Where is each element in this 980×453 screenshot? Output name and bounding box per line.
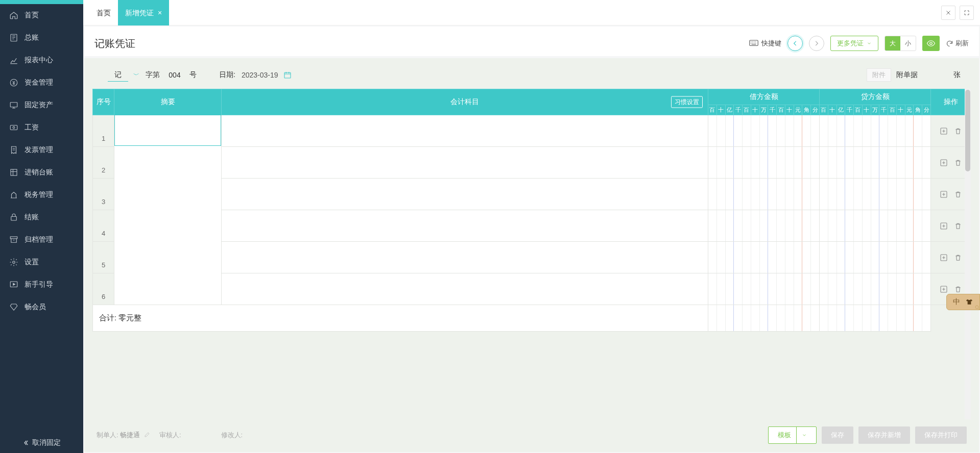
svg-rect-5 (11, 169, 17, 175)
add-row-icon[interactable] (940, 285, 948, 293)
play-icon (9, 280, 18, 289)
add-row-icon[interactable] (940, 190, 948, 198)
delete-row-icon[interactable] (954, 222, 962, 230)
col-debit: 借方金额 (708, 89, 820, 105)
tab-close-all-button[interactable] (941, 6, 955, 20)
sidebar-item-assets[interactable]: 固定资产 (0, 94, 83, 116)
modifier-label: 修改人: (221, 431, 243, 440)
tab-new-voucher[interactable]: 新增凭证 × (118, 0, 169, 26)
credit-cell[interactable] (820, 242, 931, 273)
voucher-table: 序号 摘要 会计科目 习惯设置 借方金额 贷方金额 操作 (92, 89, 971, 332)
debit-cell[interactable] (708, 210, 820, 242)
sidebar-item-home[interactable]: 首页 (0, 4, 83, 27)
table-row: 5 (93, 242, 971, 273)
sidebar-item-archive[interactable]: 归档管理 (0, 229, 83, 251)
sidebar: 首页 总账 报表中心 资金管理 固定资产 工资 发票管理 进销台账 (0, 0, 83, 453)
calendar-icon[interactable] (283, 71, 292, 79)
voucher-number-input[interactable] (164, 68, 185, 82)
expand-icon (964, 10, 970, 16)
subject-cell[interactable] (222, 147, 708, 179)
edit-icon[interactable] (144, 432, 150, 438)
col-credit: 贷方金额 (820, 89, 931, 105)
sidebar-item-settings[interactable]: 设置 (0, 251, 83, 273)
preview-button[interactable] (922, 36, 940, 51)
sidebar-item-tax[interactable]: 税务管理 (0, 184, 83, 206)
summary-input[interactable] (114, 273, 221, 304)
fullscreen-button[interactable] (960, 6, 974, 20)
summary-input[interactable] (114, 115, 221, 146)
attachment-button[interactable]: 附件 (867, 68, 891, 82)
tab-home[interactable]: 首页 (89, 0, 118, 26)
sheet-unit: 张 (953, 70, 961, 80)
credit-cell[interactable] (820, 147, 931, 179)
debit-cell[interactable] (708, 273, 820, 305)
sidebar-unpin[interactable]: 取消固定 (0, 433, 83, 453)
save-print-button[interactable]: 保存并打印 (915, 426, 967, 444)
sidebar-item-report[interactable]: 报表中心 (0, 49, 83, 71)
template-button[interactable]: 模板 (768, 426, 817, 444)
save-new-button[interactable]: 保存并新增 (858, 426, 910, 444)
summary-input[interactable] (114, 178, 221, 209)
sidebar-item-ledger[interactable]: 总账 (0, 27, 83, 49)
size-small[interactable]: 小 (900, 36, 916, 51)
size-large[interactable]: 大 (885, 36, 900, 51)
add-row-icon[interactable] (940, 254, 948, 262)
scrollbar[interactable] (965, 89, 971, 419)
svg-point-8 (13, 261, 15, 264)
delete-row-icon[interactable] (954, 285, 962, 293)
credit-cell[interactable] (820, 179, 931, 210)
sidebar-item-invoice[interactable]: 发票管理 (0, 139, 83, 161)
sidebar-item-funds[interactable]: 资金管理 (0, 71, 83, 94)
sidebar-item-closing[interactable]: 结账 (0, 206, 83, 229)
arrow-left-icon (792, 40, 799, 47)
subject-cell[interactable] (222, 273, 708, 305)
total-debit (708, 305, 820, 332)
add-row-icon[interactable] (940, 222, 948, 230)
debit-cell[interactable] (708, 179, 820, 210)
close-icon[interactable]: × (158, 0, 162, 26)
row-seq: 6 (93, 273, 114, 305)
subject-cell[interactable] (222, 210, 708, 242)
refresh-button[interactable]: 刷新 (946, 39, 969, 48)
prev-voucher-button[interactable] (787, 36, 803, 51)
voucher-type-input[interactable] (108, 68, 128, 82)
summary-input[interactable] (114, 146, 221, 178)
next-voucher-button[interactable] (809, 36, 824, 51)
credit-cell[interactable] (820, 115, 931, 147)
summary-input[interactable] (114, 210, 221, 241)
shirt-icon (965, 298, 973, 306)
date-value[interactable]: 2023-03-19 (240, 70, 280, 80)
debit-cell[interactable] (708, 115, 820, 147)
credit-cell[interactable] (820, 210, 931, 242)
delete-row-icon[interactable] (954, 159, 962, 167)
chevron-down-icon[interactable]: ﹀ (133, 71, 139, 80)
hotkey-button[interactable]: 快捷键 (749, 39, 781, 48)
zidi-label: 字第 (146, 70, 160, 80)
table-row: 3 (93, 179, 971, 210)
more-vouchers-button[interactable]: 更多凭证 (830, 36, 878, 51)
add-row-icon[interactable] (940, 127, 948, 135)
credit-cell[interactable] (820, 273, 931, 305)
subject-cell[interactable] (222, 115, 708, 147)
delete-row-icon[interactable] (954, 127, 962, 135)
auditor-label: 审核人: (159, 431, 181, 440)
debit-cell[interactable] (708, 242, 820, 273)
subject-cell[interactable] (222, 242, 708, 273)
attach-count-input[interactable] (923, 69, 948, 81)
tax-icon (9, 190, 18, 199)
save-button[interactable]: 保存 (822, 426, 853, 444)
delete-row-icon[interactable] (954, 190, 962, 198)
habit-settings-button[interactable]: 习惯设置 (671, 96, 703, 108)
sidebar-item-salary[interactable]: 工资 (0, 116, 83, 139)
sidebar-item-inventory[interactable]: 进销台账 (0, 161, 83, 184)
ime-indicator[interactable]: 中 (946, 294, 980, 310)
archive-icon (9, 235, 18, 244)
delete-row-icon[interactable] (954, 254, 962, 262)
debit-digits: 百十亿千百十万千百十元角分 (708, 105, 820, 115)
subject-cell[interactable] (222, 179, 708, 210)
debit-cell[interactable] (708, 147, 820, 179)
sidebar-item-vip[interactable]: 畅会员 (0, 296, 83, 318)
summary-input[interactable] (114, 241, 221, 272)
sidebar-item-guide[interactable]: 新手引导 (0, 273, 83, 296)
add-row-icon[interactable] (940, 159, 948, 167)
